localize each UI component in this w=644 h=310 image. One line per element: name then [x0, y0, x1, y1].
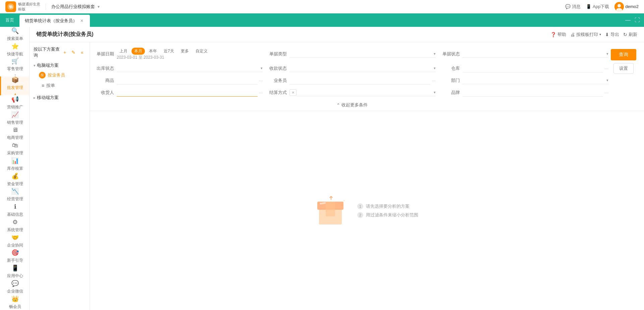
- date-quick-btns: 上月 本月 本年 近7天 更多 自定义: [117, 48, 263, 55]
- date-btn-this-month[interactable]: 本月: [131, 48, 145, 55]
- sidebar-item-vip[interactable]: 👑 畅会员: [0, 295, 29, 310]
- scheme-item-icon-by-staff: 按: [39, 72, 46, 79]
- top-nav-text[interactable]: 办公用品行业模拟账套: [51, 4, 95, 10]
- sidebar-item-wholesale[interactable]: 📦 批发管理 ▴: [0, 76, 29, 95]
- sidebar-item-marketing[interactable]: 📢 营销推广: [0, 95, 29, 111]
- tab-close-icon[interactable]: ✕: [79, 18, 85, 23]
- sidebar-item-operations[interactable]: 📉 经营管理: [0, 187, 29, 203]
- empty-state-content: 1 请先选择要分析的方案 2 用过滤条件来缩小分析范围: [90, 180, 644, 241]
- tab-minimize-icon[interactable]: —: [624, 16, 632, 24]
- search-menu-label: 搜索菜单: [7, 36, 23, 42]
- tab-sales-stat[interactable]: 销货单统计表（按业务员） ✕: [19, 15, 90, 27]
- date-btn-this-year[interactable]: 本年: [146, 48, 160, 55]
- sidebar-item-basic-info[interactable]: ℹ 基础信息: [0, 203, 29, 218]
- sidebar-item-onboarding[interactable]: 🎯 新手引导: [0, 249, 29, 264]
- date-btn-last-month[interactable]: 上月: [117, 48, 130, 55]
- sidebar-item-app-center[interactable]: 📱 应用中心: [0, 264, 29, 279]
- sales-stat-tab-label: 销货单统计表（按业务员）: [25, 18, 77, 24]
- scheme-item-by-staff[interactable]: 按 按业务员: [30, 70, 90, 81]
- filter-row-2: 出库状态 ▾: [95, 64, 608, 72]
- sidebar-item-ecommerce[interactable]: 🖥 电商管理: [0, 126, 29, 141]
- scheme-sub-item-by-order[interactable]: ≡ 按单: [30, 81, 90, 91]
- scheme-group-desktop-label: 电脑端方案: [37, 62, 59, 68]
- scheme-group-mobile-header[interactable]: ▸ 移动端方案: [30, 93, 90, 102]
- filter-payment: 结算方式 × ▾: [268, 89, 435, 97]
- help-button[interactable]: ❓ 帮助: [550, 32, 566, 38]
- date-btn-custom[interactable]: 自定义: [193, 48, 210, 55]
- doc-type-arrow-icon: ▾: [434, 52, 436, 56]
- finance-icon: 💰: [11, 172, 19, 180]
- scheme-collapse-icon[interactable]: «: [79, 49, 86, 56]
- logo-text: 畅捷通好生意 标版: [18, 2, 40, 11]
- scheme-edit-icon[interactable]: ✎: [70, 49, 77, 56]
- scheme-add-icon[interactable]: +: [61, 49, 68, 56]
- brand-input[interactable]: [463, 89, 603, 97]
- goods-dots-icon[interactable]: ···: [259, 78, 263, 83]
- warehouse-wrap: ···: [463, 64, 608, 72]
- scheme-group-mobile-arrow-icon: ▸: [34, 96, 36, 100]
- wechat-icon: 💬: [11, 280, 19, 287]
- sidebar-item-retail[interactable]: 🛒 零售管理 ▾: [0, 58, 29, 76]
- staff-dots-icon[interactable]: ···: [432, 78, 436, 83]
- filter-doc-type: 单据类型 ▾: [268, 48, 435, 60]
- empty-hint-text-1: 请先选择要分析的方案: [366, 203, 410, 209]
- sales-icon: 📈: [11, 111, 19, 118]
- staff-input[interactable]: [289, 76, 430, 85]
- tab-maximize-icon[interactable]: ⛶: [633, 16, 641, 24]
- sidebar-item-quick-nav[interactable]: ⭐ 快捷导航: [0, 42, 29, 58]
- out-status-dropdown[interactable]: ▾: [117, 65, 263, 72]
- settings-button[interactable]: 设置: [613, 63, 634, 74]
- collapse-button[interactable]: ⌃ 收起更多条件: [95, 99, 608, 111]
- filter-row-1: 单据日期 上月 本月 本年 近7天 更多: [95, 48, 608, 60]
- sidebar-item-enterprise[interactable]: 🤝 企业协同: [0, 233, 29, 249]
- sidebar-item-sales[interactable]: 📈 销售管理: [0, 110, 29, 126]
- retail-icon: 🛒: [11, 57, 19, 65]
- refresh-button[interactable]: ↻ 刷新: [623, 32, 637, 38]
- recv-status-dropdown[interactable]: ▾: [289, 65, 435, 72]
- warehouse-input[interactable]: [463, 64, 603, 72]
- filter-form: 单据日期 上月 本月 本年 近7天 更多: [95, 48, 608, 111]
- goods-input[interactable]: [117, 76, 258, 85]
- payment-tag-x[interactable]: ×: [292, 90, 294, 95]
- doc-status-dropdown[interactable]: ▾: [463, 50, 608, 58]
- query-button[interactable]: 查询: [611, 49, 636, 60]
- date-btn-more[interactable]: 更多: [178, 48, 192, 55]
- warehouse-dots-icon[interactable]: ···: [604, 66, 608, 71]
- payment-tag: ×: [289, 89, 297, 96]
- user-area[interactable]: demo2: [614, 2, 639, 11]
- dept-dropdown[interactable]: ▾: [463, 77, 608, 84]
- app-download-button[interactable]: 📱 App下载: [586, 4, 609, 10]
- receiver-input[interactable]: [117, 89, 258, 97]
- doc-type-dropdown[interactable]: ▾: [289, 50, 435, 58]
- dept-wrap: ▾: [463, 77, 608, 84]
- scheme-group-desktop-header[interactable]: ▾ 电脑端方案: [30, 61, 90, 70]
- export-button[interactable]: ⬇ 导出: [605, 32, 619, 38]
- top-nav-arrow-icon[interactable]: ▾: [98, 4, 100, 9]
- sidebar-item-search-menu[interactable]: 🔍 搜索菜单: [0, 27, 29, 42]
- date-btn-7days[interactable]: 近7天: [161, 48, 177, 55]
- help-label: 帮助: [557, 32, 566, 38]
- empty-hint-item-2: 2 用过滤条件来缩小分析范围: [357, 212, 418, 218]
- warehouse-label: 仓库: [441, 65, 460, 71]
- empty-box-icon: [316, 196, 349, 226]
- filter-recv-status: 收款状态 ▾: [268, 64, 435, 72]
- filter-staff: 业务员 ···: [268, 76, 435, 85]
- sidebar-item-system[interactable]: ⚙ 系统管理: [0, 218, 29, 234]
- doc-status-wrap: ▾: [463, 50, 608, 58]
- receiver-dots-icon[interactable]: ···: [259, 90, 263, 95]
- payment-dropdown[interactable]: ▾: [297, 89, 435, 96]
- enterprise-label: 企业协同: [7, 243, 23, 248]
- sidebar-item-purchase[interactable]: 🛍 采购管理: [0, 141, 29, 157]
- sidebar-item-inventory[interactable]: 📊 库存核算: [0, 157, 29, 172]
- tab-home[interactable]: 首页: [0, 13, 19, 27]
- message-button[interactable]: 💬 消息: [565, 4, 581, 10]
- print-button[interactable]: 🖨 按模板打印 ▾: [570, 32, 601, 38]
- brand-dots-icon[interactable]: ···: [604, 90, 608, 95]
- marketing-icon: 📢: [11, 96, 19, 103]
- sales-label: 销售管理: [7, 120, 23, 125]
- recv-status-wrap: ▾: [289, 65, 435, 72]
- app-center-label: 应用中心: [7, 273, 23, 279]
- svg-point-3: [618, 4, 621, 7]
- sidebar-item-wechat[interactable]: 💬 企业微信: [0, 279, 29, 295]
- sidebar-item-finance[interactable]: 💰 资金管理: [0, 172, 29, 187]
